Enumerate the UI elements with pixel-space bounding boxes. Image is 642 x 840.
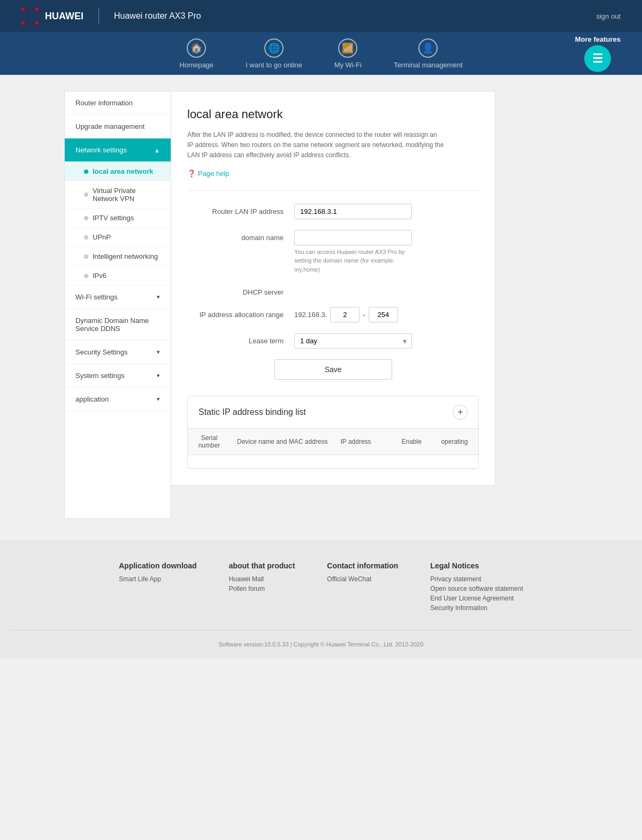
empty-cell-enable <box>393 455 430 468</box>
svg-point-3 <box>34 20 39 25</box>
footer-link-eula[interactable]: End User License Agreement <box>430 595 523 602</box>
ip-range-end-input[interactable] <box>369 307 398 322</box>
header: HUAWEI Huawei router AX3 Pro sign out <box>0 0 642 32</box>
footer-col-product-title: about that product <box>229 561 295 570</box>
nav-wifi[interactable]: 📶 My Wi-Fi <box>318 33 378 74</box>
svg-point-2 <box>38 14 39 18</box>
person-icon: 👤 <box>418 38 438 58</box>
chevron-down-icon: ▾ <box>157 294 160 300</box>
ip-range-separator: - <box>363 311 365 319</box>
save-button[interactable]: Save <box>274 359 392 380</box>
sidebar-item-ddns[interactable]: Dynamic Domain Name Service DDNS <box>65 309 171 341</box>
sidebar-item-upgrade[interactable]: Upgrade management <box>65 115 171 138</box>
footer-col-legal: Legal Notices Privacy statement Open sou… <box>430 561 523 614</box>
chevron-down-icon: ▾ <box>157 349 160 356</box>
router-name-label: Huawei router AX3 Pro <box>114 11 201 21</box>
sign-out-button[interactable]: sign out <box>596 12 621 20</box>
logo-area: HUAWEI Huawei router AX3 Pro <box>21 7 201 25</box>
lan-ip-label: Router LAN IP address <box>187 204 294 215</box>
lease-select[interactable]: 1 day 2 days 7 days Forever <box>294 333 412 349</box>
dhcp-control <box>294 284 479 293</box>
domain-name-input[interactable] <box>294 230 412 245</box>
footer-col-contact: Contact information Official WeChat <box>327 561 398 614</box>
globe-icon: 🌐 <box>264 38 284 58</box>
footer: Application download Smart Life App abou… <box>0 540 642 658</box>
svg-point-5 <box>21 20 26 25</box>
footer-link-privacy[interactable]: Privacy statement <box>430 575 523 583</box>
col-serial: Serialnumber <box>188 429 231 455</box>
sidebar: Router information Upgrade management Ne… <box>64 91 171 519</box>
page-help-link[interactable]: ❓ Page help <box>187 169 479 178</box>
svg-point-0 <box>28 7 32 9</box>
content-divider <box>187 190 479 191</box>
lan-ip-input[interactable] <box>294 204 412 219</box>
sidebar-subitem-vpn[interactable]: Virtual Private Network VPN <box>65 181 171 209</box>
footer-copyright: Software version:10.0.5.33 | Copyright ©… <box>11 630 631 648</box>
active-dot-icon <box>84 169 88 174</box>
sidebar-item-wifi-settings[interactable]: Wi-Fi settings ▾ <box>65 286 171 309</box>
ip-range-start-input[interactable] <box>330 307 360 322</box>
dot-icon <box>84 192 88 197</box>
lan-ip-control <box>294 204 479 219</box>
lease-row: Lease term 1 day 2 days 7 days Forever <box>187 333 479 349</box>
footer-link-pollen[interactable]: Pollen forum <box>229 585 295 592</box>
nav-terminal[interactable]: 👤 Terminal management <box>378 33 479 74</box>
footer-link-mall[interactable]: Huawei Mall <box>229 575 295 583</box>
sidebar-item-security[interactable]: Security Settings ▾ <box>65 341 171 364</box>
more-features-button[interactable]: ☰ <box>584 45 611 72</box>
chevron-down-icon: ▾ <box>157 396 160 403</box>
page-description: After the LAN IP address is modified, th… <box>187 130 444 161</box>
chevron-up-icon: ▲ <box>154 147 160 153</box>
domain-name-row: domain name You can access Huawei router… <box>187 230 479 274</box>
footer-link-security[interactable]: Security Information <box>430 604 523 612</box>
empty-cell-device <box>231 455 334 468</box>
empty-cell-op <box>430 455 478 468</box>
nav-terminal-label: Terminal management <box>394 61 463 69</box>
nav-homepage[interactable]: 🏠 Homepage <box>163 33 230 74</box>
ip-prefix: 192.168.3. <box>294 311 327 319</box>
dhcp-row: DHCP server <box>187 284 479 296</box>
footer-link-wechat[interactable]: Official WeChat <box>327 575 398 583</box>
col-device: Device name and MAC address <box>231 429 334 455</box>
nav-online-label: I want to go online <box>246 61 302 69</box>
huawei-logo <box>21 7 39 25</box>
home-icon: 🏠 <box>187 38 206 58</box>
dot-icon <box>84 235 88 240</box>
sidebar-subitem-upnp[interactable]: UPnP <box>65 228 171 247</box>
footer-link-smartlife[interactable]: Smart Life App <box>119 575 196 583</box>
footer-col-product: about that product Huawei Mall Pollen fo… <box>229 561 295 614</box>
dot-icon <box>84 255 88 259</box>
sidebar-subitem-ipv6[interactable]: IPv6 <box>65 266 171 286</box>
sidebar-subitem-lan[interactable]: local area network <box>65 162 171 181</box>
sidebar-subitem-intelligent[interactable]: Intelligent networking <box>65 247 171 266</box>
ip-range-inputs: 192.168.3. - <box>294 307 479 322</box>
page-title: local area network <box>187 107 479 121</box>
domain-name-label: domain name <box>187 230 294 242</box>
svg-point-4 <box>28 24 32 25</box>
dhcp-label: DHCP server <box>187 284 294 296</box>
sidebar-item-system[interactable]: System settings ▾ <box>65 364 171 388</box>
nav-wifi-label: My Wi-Fi <box>334 61 362 69</box>
ip-range-control: 192.168.3. - <box>294 307 479 322</box>
svg-point-6 <box>21 14 22 18</box>
footer-col-legal-title: Legal Notices <box>430 561 523 570</box>
navigation: 🏠 Homepage 🌐 I want to go online 📶 My Wi… <box>0 32 642 75</box>
nav-more[interactable]: More features ☰ <box>575 35 621 72</box>
footer-link-opensource[interactable]: Open source software statement <box>430 585 523 592</box>
nav-more-label: More features <box>575 35 621 43</box>
sidebar-subitem-iptv[interactable]: IPTV settings <box>65 209 171 228</box>
sidebar-item-application[interactable]: application ▾ <box>65 388 171 411</box>
lease-label: Lease term <box>187 333 294 345</box>
sidebar-item-network[interactable]: Network settings ▲ <box>65 138 171 162</box>
footer-col-contact-title: Contact information <box>327 561 398 570</box>
ip-range-label: IP address allocation range <box>187 307 294 319</box>
footer-col-download: Application download Smart Life App <box>119 561 196 614</box>
sidebar-item-router-info[interactable]: Router information <box>65 91 171 115</box>
dot-icon <box>84 274 88 278</box>
wifi-icon: 📶 <box>338 38 357 58</box>
nav-online[interactable]: 🌐 I want to go online <box>230 33 318 74</box>
empty-cell-serial <box>188 455 231 468</box>
col-operating: operating <box>430 429 478 455</box>
table-row-empty <box>188 455 478 468</box>
add-static-ip-button[interactable]: + <box>453 405 468 420</box>
